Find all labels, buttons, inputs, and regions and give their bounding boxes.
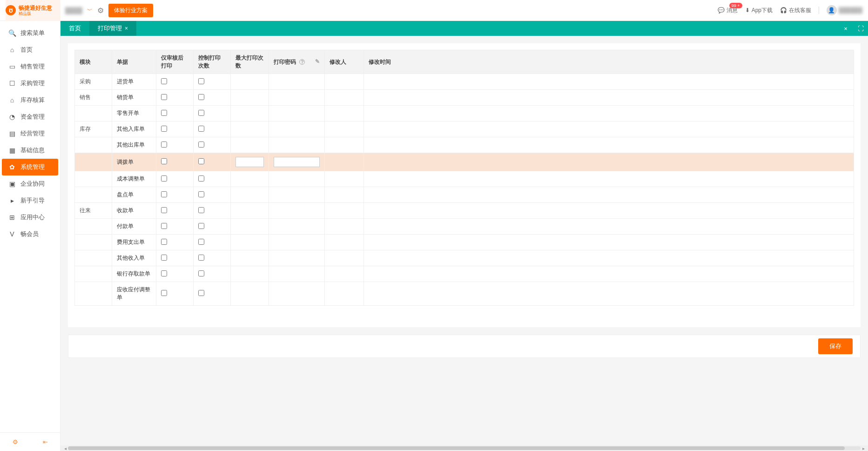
cell-pwd (269, 266, 325, 282)
cell-max-count (231, 203, 269, 219)
input-max-count[interactable] (236, 157, 264, 167)
tab-print-manage[interactable]: 打印管理 × (89, 21, 136, 36)
chevron-down-icon[interactable]: ﹀ (87, 7, 93, 14)
checkbox-ctrl-count[interactable] (198, 191, 204, 197)
tenant-name[interactable]: ████ (65, 7, 82, 14)
checkbox-ctrl-count[interactable] (198, 223, 204, 229)
cell-module (75, 106, 112, 121)
sidebar-item-search[interactable]: 🔍搜索菜单 (0, 25, 60, 41)
cell-module: 往来 (75, 203, 112, 219)
cell-max-count (231, 235, 269, 250)
checkbox-ctrl-count[interactable] (198, 255, 204, 261)
cell-modifier (325, 235, 364, 250)
gear-icon[interactable]: ⚙ (97, 6, 104, 15)
checkbox-audit-only[interactable] (161, 223, 167, 229)
table-row: 调拨单 (75, 153, 854, 171)
cell-pwd (269, 90, 325, 106)
checkbox-ctrl-count[interactable] (198, 78, 204, 84)
online-service-button[interactable]: 🎧 在线客服 (780, 7, 811, 14)
checkbox-audit-only[interactable] (161, 255, 167, 261)
edit-icon[interactable]: ✎ (315, 58, 320, 65)
checkbox-audit-only[interactable] (161, 78, 167, 84)
checkbox-ctrl-count[interactable] (198, 207, 204, 213)
checkbox-ctrl-count[interactable] (198, 239, 204, 245)
help-icon[interactable]: ? (299, 59, 305, 65)
sidebar-item-member[interactable]: V畅会员 (0, 226, 60, 242)
checkbox-audit-only[interactable] (161, 141, 167, 148)
checkbox-audit-only[interactable] (161, 175, 167, 182)
cell-max-count (231, 266, 269, 282)
cell-audit-only (156, 106, 194, 121)
cell-pwd (269, 106, 325, 121)
sidebar-item-operations[interactable]: ▤经营管理 (0, 125, 60, 142)
cell-doc: 盘点单 (112, 187, 156, 203)
scroll-right-arrow[interactable]: ▸ (861, 446, 866, 451)
cell-doc: 其他入库单 (112, 121, 156, 137)
checkbox-ctrl-count[interactable] (198, 270, 204, 276)
scroll-thumb[interactable] (68, 446, 845, 450)
cell-doc: 收款单 (112, 203, 156, 219)
checkbox-audit-only[interactable] (161, 126, 167, 132)
scroll-left-arrow[interactable]: ◂ (62, 446, 68, 451)
user-menu[interactable]: 👤 ██████ (827, 5, 862, 15)
cell-ctrl-count (194, 153, 231, 171)
checkbox-audit-only[interactable] (161, 191, 167, 197)
horizontal-scrollbar[interactable]: ◂ ▸ (61, 445, 868, 451)
cell-audit-only (156, 187, 194, 203)
cell-mtime (364, 121, 854, 137)
checkbox-ctrl-count[interactable] (198, 94, 204, 100)
checkbox-ctrl-count[interactable] (198, 175, 204, 182)
checkbox-audit-only[interactable] (161, 207, 167, 213)
cell-pwd (269, 121, 325, 137)
app-download-button[interactable]: ⬇ App下载 (745, 7, 773, 14)
checkbox-ctrl-count[interactable] (198, 141, 204, 148)
checkbox-ctrl-count[interactable] (198, 126, 204, 132)
checkbox-audit-only[interactable] (161, 270, 167, 276)
close-icon[interactable]: × (125, 25, 128, 32)
cell-modifier (325, 153, 364, 171)
collapse-icon[interactable]: ⇤ (43, 438, 48, 445)
cell-pwd (269, 250, 325, 266)
sidebar-item-apps[interactable]: ⊞应用中心 (0, 209, 60, 226)
sidebar-item-inventory[interactable]: ⌂库存核算 (0, 92, 60, 108)
sidebar-item-purchase[interactable]: ☐采购管理 (0, 75, 60, 92)
messages-button[interactable]: 💬 消息 99 + (718, 7, 738, 14)
sidebar-item-funds[interactable]: ◔资金管理 (0, 108, 60, 125)
cell-modifier (325, 90, 364, 106)
col-mtime: 修改时间 (364, 50, 854, 74)
cell-max-count (231, 219, 269, 235)
industry-plan-button[interactable]: 体验行业方案 (108, 4, 153, 17)
sidebar-item-home[interactable]: ⌂首页 (0, 41, 60, 58)
fullscreen-icon[interactable]: ⛶ (853, 21, 868, 36)
print-settings-panel: 模块 单据 仅审核后打印 控制打印次数 最大打印次数 打印密码 ? ✎ (68, 43, 861, 327)
avatar: 👤 (827, 5, 837, 15)
service-label: 在线客服 (789, 7, 811, 14)
sidebar-item-system[interactable]: ✿系统管理 (2, 159, 58, 175)
sidebar-item-search-label: 搜索菜单 (20, 29, 45, 37)
checkbox-ctrl-count[interactable] (198, 290, 204, 296)
tab-home[interactable]: 首页 (61, 21, 89, 36)
checkbox-audit-only[interactable] (161, 239, 167, 245)
table-row: 库存其他入库单 (75, 121, 854, 137)
checkbox-ctrl-count[interactable] (198, 110, 204, 116)
settings-icon[interactable]: ⚙ (13, 438, 18, 445)
cell-module (75, 171, 112, 187)
sidebar-item-home-label: 首页 (20, 46, 33, 54)
cell-audit-only (156, 74, 194, 90)
checkbox-audit-only[interactable] (161, 290, 167, 296)
sidebar-item-collab[interactable]: ▣企业协同 (0, 175, 60, 192)
sidebar-item-basic[interactable]: ▦基础信息 (0, 142, 60, 159)
checkbox-audit-only[interactable] (161, 94, 167, 100)
sidebar-item-sales-icon: ▭ (8, 63, 16, 70)
cell-pwd (269, 203, 325, 219)
checkbox-ctrl-count[interactable] (198, 158, 204, 164)
sidebar-item-guide[interactable]: ▸新手引导 (0, 192, 60, 209)
cell-modifier (325, 171, 364, 187)
cell-audit-only (156, 203, 194, 219)
input-pwd[interactable] (274, 157, 320, 167)
sidebar-item-sales[interactable]: ▭销售管理 (0, 58, 60, 75)
save-button[interactable]: 保存 (818, 338, 853, 354)
close-all-tabs-icon[interactable]: × (838, 21, 853, 36)
checkbox-audit-only[interactable] (161, 110, 167, 116)
checkbox-audit-only[interactable] (161, 158, 167, 164)
